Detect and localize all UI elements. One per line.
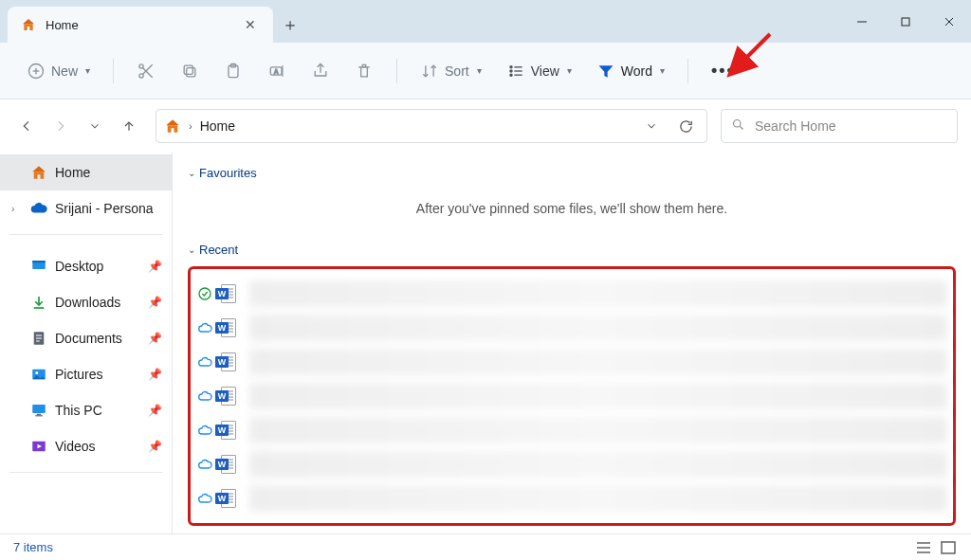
refresh-button[interactable]: [672, 113, 699, 139]
sidebar-item-home[interactable]: Home: [0, 154, 172, 190]
minimize-button[interactable]: [840, 0, 884, 43]
recent-file-row[interactable]: W: [196, 413, 947, 447]
svg-line-25: [740, 126, 742, 129]
copy-button[interactable]: [171, 54, 209, 88]
cloud-icon: [196, 456, 213, 473]
sidebar-item-label: Downloads: [55, 295, 120, 310]
close-icon[interactable]: ✕: [241, 15, 260, 34]
item-count: 7 items: [13, 540, 53, 554]
chevron-down-icon: ▾: [567, 65, 572, 76]
recent-locations-button[interactable]: [82, 113, 108, 139]
svg-point-8: [139, 63, 143, 67]
sidebar-item-label: Srijani - Persona: [55, 201, 154, 216]
recent-file-row[interactable]: W: [196, 379, 947, 413]
sidebar-item-videos[interactable]: Videos 📌: [0, 428, 172, 464]
chevron-down-icon: ▾: [660, 65, 665, 76]
cut-button[interactable]: [127, 54, 165, 88]
paste-button[interactable]: [214, 54, 252, 88]
up-button[interactable]: [116, 113, 142, 139]
pin-icon: 📌: [148, 260, 162, 273]
svg-point-20: [510, 74, 512, 76]
search-input[interactable]: [755, 118, 947, 134]
svg-rect-1: [902, 18, 909, 26]
share-icon: [311, 62, 330, 81]
pictures-icon: [30, 366, 47, 383]
svg-point-7: [139, 73, 143, 77]
recent-file-row[interactable]: W: [196, 311, 947, 345]
sidebar-item-thispc[interactable]: This PC 📌: [0, 392, 172, 428]
word-document-icon: W: [219, 488, 238, 509]
breadcrumb-home[interactable]: Home: [200, 118, 235, 134]
sidebar-item-label: Desktop: [55, 259, 103, 274]
svg-point-34: [35, 371, 38, 374]
desktop-icon: [30, 258, 47, 275]
more-button[interactable]: •••: [702, 54, 744, 88]
svg-point-19: [510, 69, 512, 71]
tiles-view-button[interactable]: [939, 539, 958, 556]
copy-icon: [180, 62, 199, 81]
redacted-filename: [249, 315, 947, 341]
back-button[interactable]: [13, 113, 40, 139]
svg-rect-37: [35, 415, 43, 416]
filter-label: Word: [621, 63, 652, 79]
share-button[interactable]: [302, 54, 339, 88]
search-box[interactable]: [721, 109, 958, 143]
svg-rect-12: [184, 65, 192, 74]
main: Home › Srijani - Persona Desktop 📌 Downl…: [0, 153, 971, 533]
scissors-icon: [137, 62, 156, 81]
address-bar[interactable]: › Home: [156, 109, 707, 143]
svg-rect-11: [187, 67, 195, 76]
dropdown-icon[interactable]: [638, 113, 665, 139]
new-button[interactable]: New ▾: [17, 54, 100, 88]
pin-icon: 📌: [148, 296, 162, 309]
section-favourites-header[interactable]: ⌄ Favourites: [188, 166, 956, 180]
section-label: Favourites: [199, 166, 257, 180]
recent-file-row[interactable]: W: [196, 277, 947, 311]
document-icon: [30, 330, 47, 347]
filter-icon: [596, 62, 615, 81]
maximize-button[interactable]: [884, 0, 927, 43]
titlebar: Home ✕ ＋: [0, 0, 971, 43]
svg-rect-36: [37, 414, 42, 416]
delete-button[interactable]: [345, 54, 383, 88]
sidebar-item-downloads[interactable]: Downloads 📌: [0, 284, 172, 320]
forward-button[interactable]: [47, 113, 74, 139]
sidebar-item-pictures[interactable]: Pictures 📌: [0, 356, 172, 392]
sidebar-item-label: Home: [55, 165, 90, 180]
tab-home[interactable]: Home ✕: [8, 7, 273, 43]
chevron-right-icon: ›: [11, 204, 23, 214]
new-label: New: [51, 63, 78, 79]
rename-button[interactable]: A: [258, 54, 296, 88]
svg-text:A: A: [274, 67, 279, 74]
svg-point-24: [734, 120, 742, 128]
sidebar-item-documents[interactable]: Documents 📌: [0, 320, 172, 356]
details-view-button[interactable]: [914, 539, 933, 556]
recent-file-row[interactable]: W: [196, 447, 947, 481]
check-circle-icon: [196, 285, 213, 302]
filter-button[interactable]: Word ▾: [587, 54, 674, 88]
section-recent-header[interactable]: ⌄ Recent: [188, 243, 956, 257]
pin-icon: 📌: [148, 368, 162, 381]
tab-title: Home: [46, 18, 231, 32]
plus-circle-icon: [27, 62, 46, 81]
ellipsis-icon: •••: [711, 61, 735, 81]
redacted-filename: [249, 349, 947, 375]
svg-rect-35: [32, 405, 46, 413]
view-button[interactable]: View ▾: [497, 54, 581, 88]
sort-button[interactable]: Sort ▾: [411, 54, 491, 88]
svg-point-18: [510, 65, 512, 67]
recent-file-row[interactable]: W: [196, 345, 947, 379]
view-label: View: [531, 63, 559, 79]
sort-icon: [420, 62, 439, 81]
home-icon: [30, 164, 47, 181]
monitor-icon: [30, 402, 47, 419]
close-window-button[interactable]: [927, 0, 971, 43]
sidebar-item-label: Pictures: [55, 367, 103, 382]
cloud-icon: [196, 490, 213, 507]
recent-file-row[interactable]: W: [196, 481, 947, 515]
home-icon: [164, 117, 181, 135]
cloud-icon: [30, 200, 47, 217]
new-tab-button[interactable]: ＋: [273, 7, 307, 43]
sidebar-item-onedrive[interactable]: › Srijani - Persona: [0, 190, 172, 226]
sidebar-item-desktop[interactable]: Desktop 📌: [0, 248, 172, 284]
